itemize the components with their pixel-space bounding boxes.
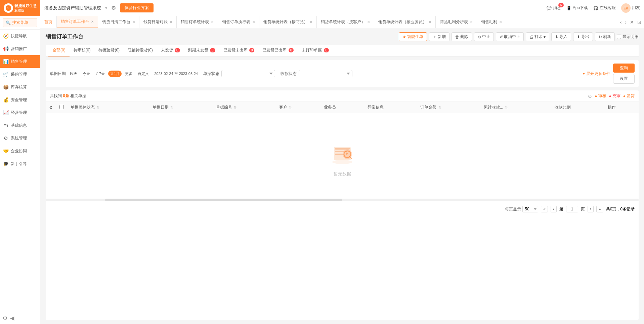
audit-action-link[interactable]: ● 审核 [595,93,606,99]
shortcut-7days[interactable]: 近7天 [93,71,107,77]
tab-close-sales-stat[interactable]: ✕ [211,20,214,24]
page-title: 销售订单工作台 [46,33,83,40]
sidebar-item-cooperation[interactable]: 🤝 企业协同 [0,145,40,157]
shortcut-custom[interactable]: 自定义 [136,71,151,77]
smart-gen-button[interactable]: ★ 智能生单 [399,32,427,41]
payment-select[interactable] [299,70,352,77]
user-menu-btn[interactable]: Ea 用友 [621,3,640,13]
tab-close-cash-daily[interactable]: ✕ [132,20,135,24]
tabs-expand-btn[interactable]: ⊡ [636,19,643,25]
col-settings[interactable]: ⚙ [46,102,56,113]
sub-tab-shipped-not-out[interactable]: 已发货未出库 0 [219,45,259,56]
shortcut-today[interactable]: 今天 [81,71,92,77]
tab-sales-exec[interactable]: 销售订单执行表 ✕ [218,16,259,28]
tabs-close-all-btn[interactable]: ✕ [629,19,635,25]
import-button[interactable]: ⬇ 导入 [551,32,571,41]
per-page-select[interactable]: 50 10 20 100 [522,206,538,212]
tab-close-sales-order[interactable]: ✕ [91,20,94,24]
tab-cash-daily[interactable]: 钱货日清工作台 ✕ [98,16,139,28]
tab-sales-by-customer[interactable]: 销货单统计表（按客户） ✕ [317,16,374,28]
tab-close-gross-profit[interactable]: ✕ [470,20,473,24]
sidebar-item-finance[interactable]: 💰 资金管理 [0,93,40,106]
sort-amount-icon[interactable]: ⇅ [438,106,441,109]
tabs-prev-btn[interactable]: ‹ [619,19,623,25]
print-button[interactable]: 🖨 打印 ▾ [526,32,549,41]
export-button[interactable]: ⬆ 导出 [573,32,593,41]
tab-sales-stat[interactable]: 销售订单统计表 ✕ [177,16,218,28]
page-number-input[interactable] [566,206,578,212]
tab-close-sales-exec[interactable]: ✕ [252,20,255,24]
tab-gross-profit[interactable]: 商品毛利分析表 ✕ [436,16,477,28]
first-page-btn[interactable]: « [541,206,548,212]
tab-sales-by-staff[interactable]: 销货单统计表（按业务员） ✕ [374,16,436,28]
sub-tab-not-printed[interactable]: 未打印单据 0 [298,45,333,56]
sort-customer-icon[interactable]: ⇅ [289,106,292,109]
delete-button[interactable]: 🗑 删除 [452,32,472,41]
sub-tab-wangpu[interactable]: 旺铺待发货(0) [124,45,157,56]
sort-collected-icon[interactable]: ⇅ [505,106,508,109]
col-checkbox[interactable] [56,102,67,113]
sidebar-item-basic[interactable]: 🗃 基础信息 [0,119,40,132]
sub-tab-pending-inspect[interactable]: 待挑验货(0) [94,45,124,56]
message-btn[interactable]: 💬 消息 6 [547,5,561,11]
select-all-checkbox[interactable] [59,105,64,109]
shortcut-more[interactable]: 更多 [123,71,134,77]
prev-page-btn[interactable]: ‹ [551,206,557,212]
shortcut-yesterday[interactable]: 昨天 [68,71,79,77]
sub-tab-pending-audit[interactable]: 待审核(0) [70,45,95,56]
tabs-next-btn[interactable]: › [624,19,628,25]
sidebar-item-inventory[interactable]: 📦 库存核算 [0,81,40,93]
app-download-btn[interactable]: 📱 App下载 [566,5,588,11]
shortcut-1month[interactable]: 近1月 [108,71,122,77]
sidebar-item-quick-nav[interactable]: 🧭 快捷导航 [0,30,40,42]
last-page-btn[interactable]: » [596,206,603,212]
ship-action-link[interactable]: ● 发货 [623,93,635,99]
expand-filter-btn[interactable]: ▾ 展开更多条件 [583,71,610,77]
add-button[interactable]: ＋ 新增 [429,32,449,41]
sort-date-icon[interactable]: ⇅ [170,106,173,109]
tab-close-cash-reconcile[interactable]: ✕ [170,20,172,24]
tab-close-sales-more[interactable]: ✕ [499,20,502,24]
sort-status-icon[interactable]: ⇅ [96,106,99,109]
horizontal-scrollbar[interactable] [46,199,639,201]
tab-sales-more[interactable]: 销售毛利 ✕ [477,16,506,28]
col-collected: 累计收款... ⇅ [480,102,552,113]
sidebar-item-purchase[interactable]: 🛒 采购管理 [0,68,40,81]
sidebar-item-marketing[interactable]: 📢 营销推广 [0,42,40,55]
topbar-settings-icon[interactable]: ⚙ [111,5,116,11]
sub-tab-all[interactable]: 全部(0) [48,45,70,56]
purchase-icon: 🛒 [3,71,9,77]
sidebar-item-operation[interactable]: 📈 经营管理 [0,106,40,119]
sub-tab-not-shipped[interactable]: 未发货 0 [157,45,184,56]
sidebar-item-newbie[interactable]: 🎓 新手引导 [0,157,40,170]
next-page-btn[interactable]: › [588,206,594,212]
refresh-button[interactable]: ↻ 刷新 [595,32,615,41]
tab-sales-by-product[interactable]: 销货单统计表（按商品） ✕ [259,16,317,28]
suspend-button[interactable]: ⊘ 中止 [474,32,494,41]
tab-close-sales-by-customer[interactable]: ✕ [367,20,370,24]
tab-cash-reconcile[interactable]: 钱货日清对账 ✕ [139,16,177,28]
cancel-suspend-button[interactable]: ↺ 取消中止 [496,32,524,41]
cooperation-icon: 🤝 [3,148,9,154]
sidebar-settings-icon[interactable]: ⚙ [3,315,7,321]
sidebar-item-sales[interactable]: 📊 销售管理 [0,55,40,68]
tab-close-sales-by-staff[interactable]: ✕ [429,20,431,24]
online-support-btn[interactable]: 🎧 在线客服 [593,5,616,11]
scroll-thumb[interactable] [105,199,342,201]
status-select[interactable] [221,70,275,77]
exp-btn[interactable]: 体验行业方案 [120,3,154,12]
sort-number-icon[interactable]: ⇅ [234,106,237,109]
tab-close-sales-by-product[interactable]: ✕ [310,20,312,24]
search-menu-button[interactable]: 🔍 搜索菜单 [3,18,37,27]
tab-home[interactable]: 首页 [40,16,57,28]
sidebar-collapse-icon[interactable]: ◀ [10,315,14,321]
sidebar-item-system[interactable]: ⚙ 系统管理 [0,132,40,145]
set-button[interactable]: 设置 [613,74,635,84]
sub-tab-overdue-ship[interactable]: 到期未发货 0 [184,45,219,56]
reject-action-link[interactable]: ● 充审 [609,93,620,99]
sub-tab-shipped-out[interactable]: 已发货已出库 0 [258,45,298,56]
avatar: Ea [621,3,631,13]
show-detail-checkbox[interactable] [617,35,621,39]
tab-sales-order[interactable]: 销售订单工作台 ✕ [57,16,98,28]
query-button[interactable]: 查询 [613,64,635,73]
